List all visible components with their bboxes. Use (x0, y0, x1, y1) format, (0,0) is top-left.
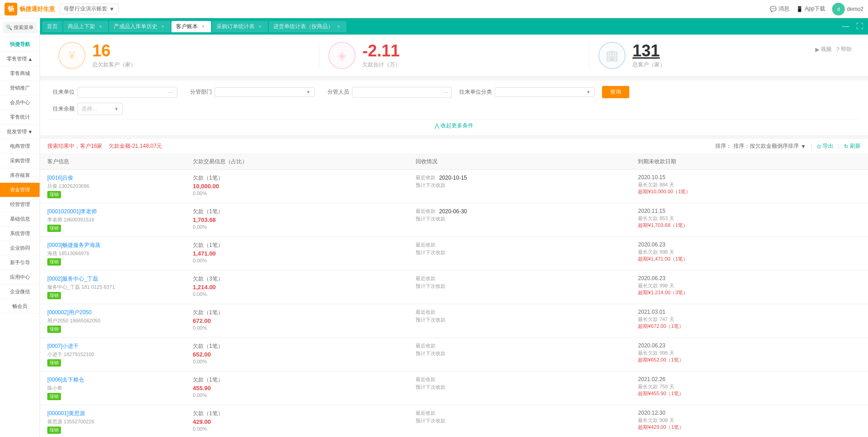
debt-percent-0: 0.00% (193, 191, 416, 196)
debt-percent-3: 0.00% (193, 291, 416, 297)
results-area: 搜索结果中，客户16家 欠款金额-21,148.07元 排序： 排序：按欠款金额… (40, 139, 868, 437)
table-row: [000001]黄思源 黄思源 13552700226 现销 欠款（1笔） 42… (40, 405, 868, 437)
overdue-amount-2[interactable]: 超期¥1,471.00（1笔） (638, 256, 861, 262)
video-link[interactable]: ▶视频 (815, 45, 832, 53)
balance-select[interactable]: 选择... ▼ (77, 103, 123, 115)
debt-cell-5: 欠款（1笔） 652.00 0.00% (193, 342, 416, 364)
tab-product-listing[interactable]: 商品上下架 × (63, 21, 108, 32)
customer-name-3[interactable]: 服务中心_丁磊 (62, 276, 98, 282)
debt-percent-7: 0.00% (193, 426, 416, 432)
search-menu-btn[interactable]: 🔍 搜索菜单 (3, 22, 37, 33)
sidebar-item-new-guide[interactable]: 新手引导 (0, 256, 40, 270)
debt-amount-4: 672.00 (193, 317, 416, 324)
collapse-btn[interactable]: ⋀ 收起更多条件 (47, 120, 861, 131)
search-button[interactable]: 查询 (602, 86, 629, 98)
sort-select[interactable]: 排序： 排序：按欠款金额倒序排序 ▼ (715, 142, 806, 150)
export-btn[interactable]: ⊙导出 (817, 142, 833, 150)
sidebar-item-retail-manage[interactable]: 零售管理▲ (0, 52, 40, 66)
overdue-amount-5[interactable]: 超期¥652.00（1笔） (638, 357, 861, 363)
sidebar-item-enterprise-coop[interactable]: 企业协同 (0, 241, 40, 256)
debt-count-0: 欠款（1笔） (193, 174, 416, 182)
tab-close-product-listing[interactable]: × (97, 23, 104, 30)
debt-amount-2: 1,471.00 (193, 250, 416, 257)
overdue-cell-4: 2021.03.01 最长欠款 747 天 超期¥672.00（1笔） (638, 309, 861, 330)
next-collection-7: 预计下次收款 (416, 417, 638, 424)
tab-close-customer-account[interactable]: × (200, 23, 206, 30)
sidebar-item-ecommerce[interactable]: 电商管理 (0, 139, 40, 154)
recovery-cell-2: 最近收款 预计下次收款 (416, 241, 638, 256)
debt-amount-7: 429.00 (193, 418, 416, 425)
logo-text: 畅捷通好生意 (20, 5, 55, 13)
tab-customer-account[interactable]: 客户账本 × (171, 21, 211, 32)
tab-close-product-history[interactable]: × (160, 23, 166, 30)
customer-tag-0: 现销 (47, 191, 61, 198)
sidebar-item-retail-stats[interactable]: 零售统计 (0, 110, 40, 125)
tab-minimize-btn[interactable]: — (840, 21, 852, 31)
sidebar-item-operation[interactable]: 经营管理 (0, 197, 40, 212)
total-customers-icon: 🏢 (598, 42, 626, 69)
next-collection-2: 预计下次收款 (416, 249, 638, 256)
debt-count-5: 欠款（1笔） (193, 342, 416, 350)
recovery-cell-5: 最近收款 预计下次收款 (416, 342, 638, 357)
sidebar-item-retail-mall[interactable]: 零售商城 (0, 66, 40, 81)
tab-purchase-stats[interactable]: 进货单统计表（按商品） × (269, 21, 346, 32)
customer-name-1[interactable]: 李老师 (80, 208, 97, 215)
sidebar-item-finance[interactable]: 资金管理 (0, 183, 40, 197)
customer-name-4[interactable]: 用户2050 (69, 309, 92, 316)
sidebar-item-vip-member[interactable]: 畅会员 (0, 299, 40, 314)
tab-expand-btn[interactable]: ⛶ (854, 21, 866, 31)
recovery-label-5: 最近收款 (416, 342, 436, 349)
customer-name-7[interactable]: 黄思源 (69, 410, 85, 417)
sidebar-item-marketing[interactable]: 营销推广 (0, 81, 40, 95)
overdue-amount-1[interactable]: 超期¥1,703.68（1笔） (638, 222, 861, 229)
debt-percent-4: 0.00% (193, 325, 416, 331)
manager-label: 分管人员 (322, 88, 349, 96)
debt-cell-2: 欠款（1笔） 1,471.00 0.00% (193, 241, 416, 263)
sidebar-item-inventory[interactable]: 库存核算 (0, 168, 40, 183)
from-unit-input[interactable]: ··· (77, 87, 177, 98)
help-link[interactable]: ?帮助 (836, 45, 852, 53)
debt-percent-1: 0.00% (193, 224, 416, 230)
overdue-amount-3[interactable]: 超期¥1,214.00（3笔） (638, 289, 861, 296)
refresh-btn[interactable]: ↻刷新 (844, 142, 861, 150)
store-selector[interactable]: 母婴行业演示账套 ▼ (60, 4, 119, 14)
phone-icon: 📱 (796, 6, 803, 12)
tab-purchase-summary[interactable]: 采购订单统计表 × (212, 21, 268, 32)
overdue-amount-4[interactable]: 超期¥672.00（1笔） (638, 323, 861, 330)
sidebar-item-quick-nav[interactable]: 快捷导航 (0, 37, 40, 52)
customer-phone-7: 黄思源 13552700226 (47, 418, 193, 425)
tab-home[interactable]: 首页 (42, 21, 62, 32)
sidebar-item-purchase[interactable]: 采购管理 (0, 154, 40, 168)
message-btn[interactable]: 💬 消息 (770, 5, 789, 13)
sidebar-item-batch-manage[interactable]: 批发管理▼ (0, 125, 40, 139)
overdue-amount-7[interactable]: 超期¥429.00（1笔） (638, 424, 861, 431)
total-customers-value: 131 (632, 43, 665, 59)
customer-name-2[interactable]: 畅捷服务尹海蒸 (62, 242, 100, 248)
dept-select[interactable]: ▼ (215, 87, 315, 97)
customer-tag-6: 现销 (47, 393, 61, 400)
manager-input[interactable]: ··· (352, 87, 452, 98)
tab-product-history[interactable]: 产成品入库单历史 × (109, 21, 171, 32)
customer-name-6[interactable]: 去下粮仓 (62, 377, 84, 383)
app-download-btn[interactable]: 📱 App下载 (796, 5, 825, 13)
tab-close-purchase-summary[interactable]: × (257, 23, 263, 30)
overdue-amount-6[interactable]: 超期¥455.90（1笔） (638, 390, 861, 397)
unit-type-select[interactable]: ▼ (495, 87, 595, 97)
overdue-amount-0[interactable]: 超期¥10,000.00（1笔） (638, 188, 861, 195)
col-header-due-date: 到期未收款日期 (638, 158, 861, 166)
tab-close-purchase-stats[interactable]: × (336, 23, 342, 30)
sidebar-item-system[interactable]: 系统管理 (0, 226, 40, 241)
debt-customers-icon: ¥ (58, 42, 85, 69)
recovery-cell-1: 最近收款 2020-06-30 预计下次收款 (416, 208, 638, 222)
customer-name-5[interactable]: 小进干 (62, 343, 79, 349)
recovery-label-0: 最近收款 (416, 174, 436, 181)
sidebar-item-enterprise-wx[interactable]: 企业微信 (0, 285, 40, 299)
sidebar-item-app-center[interactable]: 应用中心 (0, 270, 40, 285)
customer-cell-2: [0003]畅捷服务尹海蒸 海燕 18513066976 现销 (47, 241, 193, 266)
sidebar-item-member[interactable]: 会员中心 (0, 95, 40, 110)
customer-name-0[interactable]: 吕俊 (62, 175, 73, 181)
sidebar-item-basic-info[interactable]: 基础信息 (0, 212, 40, 226)
dropdown-arrow: ▼ (109, 6, 115, 12)
user-avatar[interactable]: d demo2 (832, 3, 863, 15)
total-customers-label: 总客户（家） (632, 61, 665, 69)
